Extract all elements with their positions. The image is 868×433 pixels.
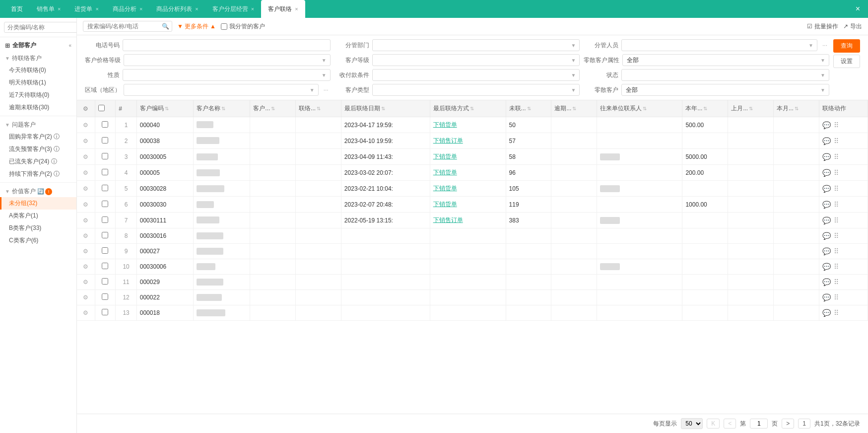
chat-icon[interactable]: 💬 [822, 309, 831, 317]
col-contact[interactable]: 联络... ⇅ [296, 100, 341, 117]
tab-goods-analysis[interactable]: 商品分析 × [106, 0, 149, 18]
row-settings-icon[interactable]: ⚙ [83, 217, 88, 224]
filter-search-icon[interactable]: 🔍 [162, 23, 169, 30]
cell-settings[interactable]: ⚙ [77, 228, 95, 244]
collapse-icon[interactable]: « [68, 43, 71, 48]
customer-level-select[interactable] [372, 54, 580, 66]
chat-icon[interactable]: 💬 [822, 247, 831, 255]
row-settings-icon[interactable]: ⚙ [83, 232, 88, 239]
query-button[interactable]: 查询 [833, 39, 860, 53]
more-action-icon[interactable]: ⠿ [834, 293, 839, 301]
payment-select[interactable] [372, 69, 580, 81]
row-checkbox[interactable] [102, 232, 108, 238]
sidebar-item-today[interactable]: 今天待联络(0) [0, 64, 76, 76]
row-settings-icon[interactable]: ⚙ [83, 263, 88, 270]
ctype-select[interactable] [372, 84, 580, 96]
chat-icon[interactable]: 💬 [822, 185, 831, 193]
chat-icon[interactable]: 💬 [822, 278, 831, 286]
cell-checkbox[interactable] [95, 165, 116, 181]
sidebar-group-value[interactable]: ▼ 价值客户 🔄 ! [0, 185, 76, 197]
cell-settings[interactable]: ⚙ [77, 117, 95, 133]
cell-action[interactable]: 💬⠿ [819, 228, 868, 244]
row-settings-icon[interactable]: ⚙ [83, 279, 88, 286]
more-action-icon[interactable]: ⠿ [834, 232, 839, 240]
chat-icon[interactable]: 💬 [822, 137, 831, 145]
retail-select[interactable]: 全部 [621, 84, 829, 96]
tab-sales[interactable]: 销售单 × [30, 0, 67, 18]
sidebar-item-b-class[interactable]: B类客户(33) [0, 222, 76, 234]
my-customers-checkbox[interactable] [221, 23, 227, 30]
cell-checkbox[interactable] [95, 197, 116, 213]
sidebar-item-7days[interactable]: 近7天待联络(0) [0, 89, 76, 101]
row-checkbox[interactable] [102, 216, 108, 223]
cell-checkbox[interactable] [95, 259, 116, 275]
sidebar-group-problem[interactable]: ▼ 问题客户 [0, 118, 76, 131]
col-code[interactable]: 客户编码 ⇅ [136, 100, 193, 117]
more-action-icon[interactable]: ⠿ [834, 153, 839, 161]
row-checkbox[interactable] [102, 278, 108, 285]
region-ellipsis[interactable]: ··· [322, 86, 331, 93]
reset-button[interactable]: 设置 [833, 55, 860, 68]
cell-action[interactable]: 💬⠿ [819, 133, 868, 149]
next-page-btn[interactable]: > [782, 419, 794, 429]
col-type[interactable]: 客户... ⇅ [250, 100, 296, 117]
cell-settings[interactable]: ⚙ [77, 290, 95, 305]
more-action-icon[interactable]: ⠿ [834, 247, 839, 255]
select-all-checkbox[interactable] [98, 105, 105, 111]
tab-goods-analysis-list[interactable]: 商品分析列表 × [149, 0, 205, 18]
last-method-link[interactable]: 下销货单 [433, 169, 457, 176]
cell-action[interactable]: 💬⠿ [819, 181, 868, 197]
more-action-icon[interactable]: ⠿ [834, 169, 839, 177]
tab-purchase[interactable]: 进货单 × [67, 0, 105, 18]
region-select[interactable] [124, 84, 319, 96]
prev-page-btn[interactable]: < [724, 419, 736, 429]
dept-select[interactable] [372, 39, 580, 51]
sidebar-item-tomorrow[interactable]: 明天待联络(1) [0, 76, 76, 89]
col-overdue[interactable]: 逾期... ⇅ [551, 100, 597, 117]
row-settings-icon[interactable]: ⚙ [83, 248, 88, 255]
cell-checkbox[interactable] [95, 181, 116, 197]
export-btn[interactable]: ↗ 导出 [843, 22, 862, 31]
last-method-link[interactable]: 下销货单 [433, 121, 457, 128]
cell-checkbox[interactable] [95, 149, 116, 165]
row-settings-icon[interactable]: ⚙ [83, 294, 88, 301]
row-checkbox[interactable] [102, 309, 108, 315]
col-name[interactable]: 客户名称 ⇅ [194, 100, 250, 117]
settings-icon[interactable]: ⚙ [83, 105, 88, 112]
row-checkbox[interactable] [102, 153, 108, 159]
row-settings-icon[interactable]: ⚙ [83, 201, 88, 208]
my-customers-filter[interactable]: 我分管的客户 [221, 22, 265, 31]
cell-settings[interactable]: ⚙ [77, 165, 95, 181]
row-settings-icon[interactable]: ⚙ [83, 122, 88, 129]
col-this-year[interactable]: 本年... ⇅ [682, 100, 728, 117]
page-input[interactable] [750, 419, 768, 429]
close-purchase-tab[interactable]: × [95, 6, 98, 12]
close-goods-analysis-tab[interactable]: × [139, 6, 142, 12]
last-page-btn[interactable]: 1 [798, 419, 810, 429]
chat-icon[interactable]: 💬 [822, 263, 831, 271]
per-page-select[interactable]: 50 [681, 418, 703, 429]
close-customer-contact-tab[interactable]: × [295, 6, 298, 12]
cell-action[interactable]: 💬⠿ [819, 259, 868, 275]
status-select[interactable] [621, 69, 829, 81]
cell-action[interactable]: 💬⠿ [819, 305, 868, 321]
sidebar-item-overdue[interactable]: 逾期未联络(30) [0, 101, 76, 114]
cell-checkbox[interactable] [95, 290, 116, 305]
cell-action[interactable]: 💬⠿ [819, 149, 868, 165]
chat-icon[interactable]: 💬 [822, 169, 831, 177]
sidebar-item-abnormal[interactable]: 固购异常客户(2) ⓘ [0, 131, 76, 143]
cell-checkbox[interactable] [95, 117, 116, 133]
sidebar-item-lost[interactable]: 已流失客户(24) ⓘ [0, 155, 76, 168]
cell-settings[interactable]: ⚙ [77, 305, 95, 321]
cell-action[interactable]: 💬⠿ [819, 197, 868, 213]
cell-settings[interactable]: ⚙ [77, 149, 95, 165]
cell-action[interactable]: 💬⠿ [819, 275, 868, 290]
col-company-contact[interactable]: 往来单位联系人 ⇅ [597, 100, 682, 117]
chat-icon[interactable]: 💬 [822, 232, 831, 240]
sidebar-group-pending[interactable]: ▼ 待联络客户 [0, 52, 76, 64]
cell-settings[interactable]: ⚙ [77, 133, 95, 149]
cell-settings[interactable]: ⚙ [77, 213, 95, 228]
cell-action[interactable]: 💬⠿ [819, 244, 868, 259]
refresh-icon[interactable]: 🔄 [37, 188, 44, 195]
chat-icon[interactable]: 💬 [822, 216, 831, 224]
